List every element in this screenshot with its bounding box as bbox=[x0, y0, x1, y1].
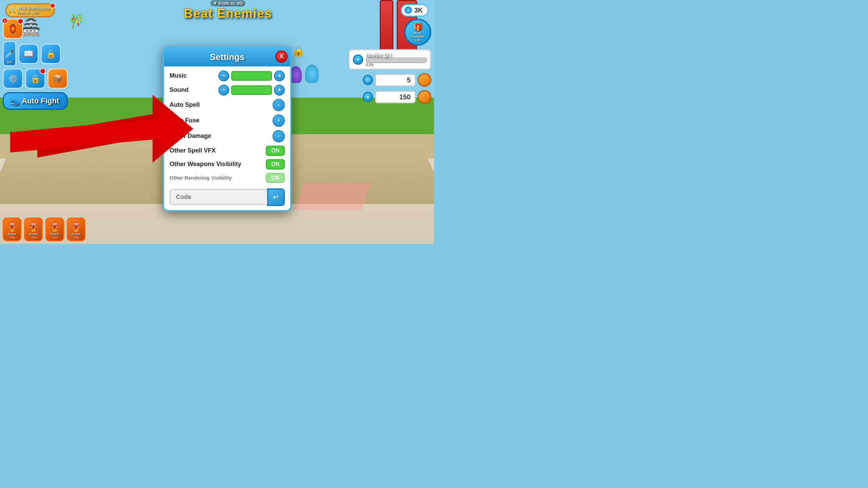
settings-header: Settings X bbox=[164, 48, 290, 66]
modal-overlay: Settings X Music − + Sound − + bbox=[0, 0, 434, 244]
other-spell-vfx-toggle[interactable]: ON bbox=[266, 146, 285, 156]
music-minus-button[interactable]: − bbox=[218, 70, 229, 81]
other-spell-vfx-label: Other Spell VFX bbox=[170, 147, 216, 154]
music-plus-button[interactable]: + bbox=[274, 70, 285, 81]
auto-spell-row: Auto Spell ‹ bbox=[170, 99, 285, 111]
music-volume-bar[interactable] bbox=[231, 71, 272, 81]
other-rendering-toggle[interactable]: ON bbox=[266, 173, 285, 183]
other-weapons-row: Other Weapons Visibility ON bbox=[170, 159, 285, 169]
other-rendering-row: Other Rendering Visibility ON bbox=[170, 173, 285, 183]
auto-spell-label: Auto Spell bbox=[170, 101, 200, 108]
other-spell-vfx-row: Other Spell VFX ON bbox=[170, 146, 285, 156]
code-submit-button[interactable]: ↵ bbox=[267, 188, 285, 206]
music-row: Music − + bbox=[170, 70, 285, 81]
code-input[interactable] bbox=[170, 189, 267, 205]
other-weapons-toggle[interactable]: ON bbox=[266, 159, 285, 169]
auto-fuse-label: Auto Fuse bbox=[170, 117, 199, 124]
settings-body: Music − + Sound − + Auto Spell ‹ bbox=[164, 66, 290, 210]
show-damage-label: Show Damage bbox=[170, 133, 211, 140]
sound-controls: − + bbox=[218, 85, 285, 96]
auto-fuse-plus-button[interactable]: + bbox=[273, 115, 285, 127]
sound-row: Sound − + bbox=[170, 85, 285, 96]
music-controls: − + bbox=[218, 70, 285, 81]
show-damage-row: Show Damage ‹ bbox=[170, 130, 285, 142]
auto-fuse-row: Auto Fuse + bbox=[170, 115, 285, 127]
sound-plus-button[interactable]: + bbox=[274, 85, 285, 96]
sound-volume-bar[interactable] bbox=[231, 85, 272, 95]
other-weapons-label: Other Weapons Visibility bbox=[170, 161, 241, 168]
settings-modal: Settings X Music − + Sound − + bbox=[163, 46, 292, 211]
music-label: Music bbox=[170, 72, 187, 79]
other-rendering-label: Other Rendering Visibility bbox=[170, 175, 232, 181]
close-button[interactable]: X bbox=[275, 50, 288, 63]
show-damage-arrow-button[interactable]: ‹ bbox=[273, 130, 285, 142]
auto-spell-arrow-button[interactable]: ‹ bbox=[273, 99, 285, 111]
code-row: ↵ bbox=[170, 188, 285, 206]
sound-label: Sound bbox=[170, 86, 189, 94]
settings-title: Settings bbox=[171, 52, 283, 62]
sound-minus-button[interactable]: − bbox=[218, 85, 229, 96]
